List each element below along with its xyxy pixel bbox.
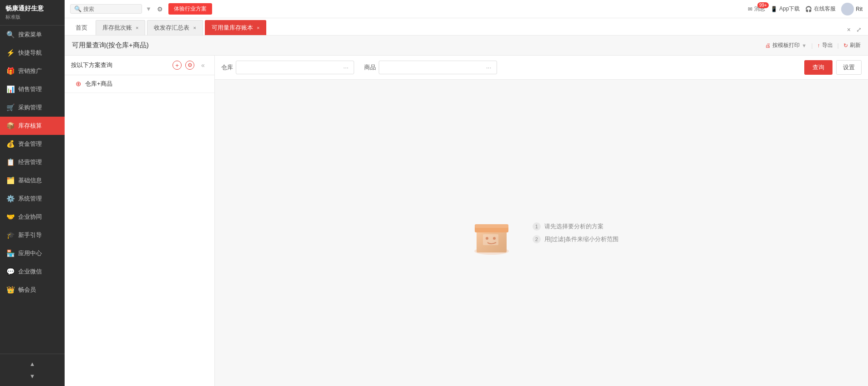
scheme-settings-button[interactable]: ⚙ bbox=[185, 61, 194, 70]
sidebar: 畅康通好生意 标准版 🔍 搜索菜单 ⚡ 快捷导航 🎁 营销推广 📊 销售管理 🛒… bbox=[0, 0, 65, 386]
product-more-button[interactable]: ··· bbox=[486, 64, 492, 71]
industry-solution-button[interactable]: 体验行业方案 bbox=[168, 3, 212, 15]
svg-point-6 bbox=[486, 237, 488, 240]
money-icon: 💰 bbox=[6, 140, 15, 148]
sidebar-item-shortcut[interactable]: ⚡ 快捷导航 bbox=[0, 44, 65, 62]
search-icon: 🔍 bbox=[74, 5, 81, 12]
page-header: 可用量查询(按仓库+商品) 🖨 按模板打印 ▼ | ↑ 导出 | ↻ 刷新 bbox=[65, 36, 868, 56]
product-label: 商品 bbox=[364, 63, 376, 72]
svg-point-7 bbox=[493, 237, 496, 240]
sidebar-item-system[interactable]: ⚙️ 系统管理 bbox=[0, 190, 65, 208]
export-icon: ↑ bbox=[817, 42, 820, 49]
query-btn-group: 查询 设置 bbox=[804, 60, 862, 75]
crown-icon: 👑 bbox=[6, 286, 15, 294]
sidebar-item-label: 营销推广 bbox=[18, 67, 42, 75]
step-text-2: 用[过滤]条件来缩小分析范围 bbox=[544, 235, 619, 243]
tab-close-icon[interactable]: × bbox=[136, 25, 138, 31]
tab-bar: 首页 库存批次账 × 收发存汇总表 × 可用量库存账本 × × ⤢ bbox=[65, 18, 868, 36]
refresh-button[interactable]: ↻ 刷新 bbox=[843, 41, 861, 49]
user-avatar-group[interactable]: Rit bbox=[841, 3, 863, 15]
sidebar-item-member[interactable]: 👑 畅会员 bbox=[0, 281, 65, 299]
sidebar-item-label: 库存核算 bbox=[18, 122, 42, 130]
sidebar-footer: ▲ ▼ bbox=[0, 354, 65, 386]
query-bar: 仓库 ··· 商品 ··· 查询 设置 bbox=[215, 56, 868, 80]
tab-close-icon[interactable]: × bbox=[257, 25, 259, 31]
tab-receive-summary-label: 收发存汇总表 bbox=[154, 24, 189, 32]
edition-label: 标准版 bbox=[5, 14, 59, 21]
warehouse-input[interactable] bbox=[236, 61, 354, 74]
warehouse-field: 仓库 ··· bbox=[221, 61, 349, 74]
sidebar-scroll-up[interactable]: ▲ bbox=[0, 358, 65, 370]
sidebar-item-newbie[interactable]: 🎓 新手引导 bbox=[0, 226, 65, 244]
sidebar-item-finance[interactable]: 💰 资金管理 bbox=[0, 135, 65, 153]
expand-window-button[interactable]: ⤢ bbox=[854, 24, 863, 35]
store-icon: 🏪 bbox=[6, 249, 15, 257]
sidebar-item-appstore[interactable]: 🏪 应用中心 bbox=[0, 244, 65, 262]
main-right: 仓库 ··· 商品 ··· 查询 设置 bbox=[215, 56, 868, 386]
cart-icon: 🛒 bbox=[6, 103, 15, 112]
message-badge: 99+ bbox=[757, 2, 769, 8]
clipboard-icon: 📋 bbox=[6, 158, 15, 166]
sidebar-item-sales[interactable]: 📊 销售管理 bbox=[0, 80, 65, 98]
export-button[interactable]: ↑ 导出 bbox=[817, 41, 833, 49]
add-scheme-button[interactable]: + bbox=[173, 61, 182, 70]
empty-illustration bbox=[464, 206, 519, 260]
sidebar-item-basic[interactable]: 🗂️ 基础信息 bbox=[0, 171, 65, 190]
product-input[interactable] bbox=[379, 61, 497, 74]
settings-button[interactable]: 设置 bbox=[836, 60, 862, 75]
settings-icon[interactable]: ⚙ bbox=[155, 4, 165, 15]
sidebar-item-enterprise[interactable]: 🤝 企业协同 bbox=[0, 208, 65, 226]
online-support-group[interactable]: 🎧 在线客服 bbox=[805, 5, 836, 13]
close-window-button[interactable]: × bbox=[845, 24, 853, 35]
tab-batch-ledger-label: 库存批次账 bbox=[102, 24, 132, 32]
topbar-dropdown-arrow[interactable]: ▼ bbox=[146, 5, 152, 12]
tab-available-ledger[interactable]: 可用量库存账本 × bbox=[205, 20, 266, 35]
sidebar-item-search[interactable]: 🔍 搜索菜单 bbox=[0, 26, 65, 44]
print-label: 按模板打印 bbox=[772, 41, 800, 49]
empty-step-2: 2 用[过滤]条件来缩小分析范围 bbox=[533, 235, 619, 243]
username-label: Rit bbox=[856, 6, 863, 12]
sidebar-item-wechat[interactable]: 💬 企业微信 bbox=[0, 262, 65, 281]
message-icon: ✉ bbox=[748, 6, 752, 12]
sidebar-item-label: 畅会员 bbox=[18, 286, 36, 294]
filter-header: 按以下方案查询 + ⚙ « bbox=[65, 56, 214, 75]
sidebar-item-label: 新手引导 bbox=[18, 231, 42, 239]
sidebar-scroll-down[interactable]: ▼ bbox=[0, 370, 65, 382]
sidebar-item-purchase[interactable]: 🛒 采购管理 bbox=[0, 98, 65, 117]
sidebar-item-marketing[interactable]: 🎁 营销推广 bbox=[0, 62, 65, 80]
tab-home[interactable]: 首页 bbox=[69, 21, 94, 35]
tab-home-label: 首页 bbox=[76, 24, 87, 32]
print-icon: 🖨 bbox=[765, 42, 771, 49]
sidebar-nav: 🔍 搜索菜单 ⚡ 快捷导航 🎁 营销推广 📊 销售管理 🛒 采购管理 📦 库存核… bbox=[0, 26, 65, 354]
collapse-panel-button[interactable]: « bbox=[198, 60, 208, 70]
tab-receive-summary[interactable]: 收发存汇总表 × bbox=[147, 20, 203, 35]
handshake-icon: 🤝 bbox=[6, 213, 15, 221]
avatar bbox=[841, 3, 854, 15]
warehouse-label: 仓库 bbox=[221, 63, 233, 72]
page-actions: 🖨 按模板打印 ▼ | ↑ 导出 | ↻ 刷新 bbox=[765, 41, 861, 49]
message-icon-group[interactable]: ✉ 消息 99+ bbox=[748, 5, 765, 13]
tab-close-icon[interactable]: × bbox=[193, 25, 196, 31]
tab-batch-ledger[interactable]: 库存批次账 × bbox=[96, 20, 145, 35]
sidebar-header: 畅康通好生意 标准版 bbox=[0, 0, 65, 26]
search-input[interactable] bbox=[83, 6, 138, 12]
query-button[interactable]: 查询 bbox=[804, 60, 832, 75]
tab-available-ledger-label: 可用量库存账本 bbox=[212, 24, 253, 32]
print-dropdown-icon[interactable]: ▼ bbox=[802, 43, 807, 48]
print-button[interactable]: 🖨 按模板打印 ▼ bbox=[765, 41, 807, 49]
sidebar-item-label: 采购管理 bbox=[18, 103, 42, 112]
sidebar-item-label: 快捷导航 bbox=[18, 49, 42, 57]
topbar-search-box[interactable]: 🔍 bbox=[70, 4, 142, 14]
lightning-icon: ⚡ bbox=[6, 49, 15, 57]
sidebar-item-label: 销售管理 bbox=[18, 85, 42, 93]
sidebar-item-inventory[interactable]: 📦 库存核算 bbox=[0, 117, 65, 135]
page-title: 可用量查询(按仓库+商品) bbox=[72, 41, 765, 50]
gift-icon: 🎁 bbox=[6, 67, 15, 75]
app-download-label: App下载 bbox=[779, 5, 800, 13]
app-download-group[interactable]: 📱 App下载 bbox=[771, 5, 800, 13]
main-area: 🔍 ▼ ⚙ 体验行业方案 ✉ 消息 99+ 📱 App下载 🎧 在线客服 Rit bbox=[65, 0, 868, 386]
warehouse-more-button[interactable]: ··· bbox=[343, 64, 349, 71]
scheme-item-warehouse-product[interactable]: ⊕ 仓库+商品 bbox=[65, 75, 214, 93]
sidebar-item-operation[interactable]: 📋 经营管理 bbox=[0, 153, 65, 171]
gear-icon: ⚙️ bbox=[6, 195, 15, 203]
